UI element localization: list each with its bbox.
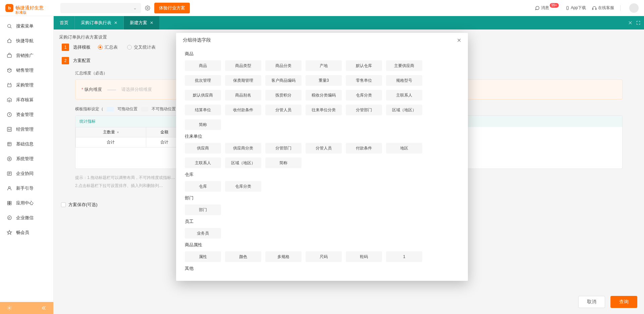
field-chip[interactable]: 规格型号 [386,75,422,86]
field-chip[interactable]: 商品类型 [225,60,261,71]
modal-header: 分组待选字段 ✕ [176,33,468,48]
field-chip[interactable]: 1 [386,251,422,262]
field-chip[interactable]: 分管人员 [306,143,342,153]
field-group: 商品商品商品类型商品分类产地默认仓库主要供应商批次管理保质期管理客户商品编码重量… [185,51,459,130]
field-group: 部门部门 [185,195,459,215]
field-chip[interactable]: 产地 [306,60,342,71]
field-chip[interactable]: 付款条件 [346,143,382,153]
field-group-title: 商品 [185,51,459,57]
chip-row: 部门 [185,204,459,215]
field-chip[interactable]: 仓库分类 [346,90,382,101]
field-chip[interactable]: 商品分类 [265,60,302,71]
field-chip[interactable]: 批次管理 [185,75,221,86]
field-chip[interactable]: 仓库分类 [225,181,261,192]
field-chip[interactable]: 零售单位 [346,75,382,86]
field-picker-modal: 分组待选字段 ✕ 商品商品商品类型商品分类产地默认仓库主要供应商批次管理保质期管… [176,33,468,281]
field-group-title: 员工 [185,218,459,225]
field-chip[interactable]: 重量3 [306,75,342,86]
field-chip[interactable]: 尺码 [306,251,342,262]
field-chip[interactable]: 业务员 [185,228,221,239]
field-chip[interactable]: 往来单位分类 [306,105,342,115]
field-chip[interactable]: 商品别名 [225,90,261,101]
field-chip[interactable]: 区域（地区） [225,158,261,168]
field-chip[interactable]: 简称 [265,158,302,168]
close-icon[interactable]: ✕ [457,37,461,44]
field-chip[interactable]: 默认供应商 [185,90,221,101]
field-chip[interactable]: 鞋码 [346,251,382,262]
modal-title: 分组待选字段 [183,37,211,43]
field-chip[interactable]: 主联系人 [386,90,422,101]
field-chip[interactable]: 收付款条件 [225,105,261,115]
field-chip[interactable]: 供应商分类 [225,143,261,153]
field-chip[interactable]: 默认仓库 [346,60,382,71]
field-chip[interactable]: 税收分类编码 [306,90,342,101]
field-group: 往来单位供应商供应商分类分管部门分管人员付款条件地区主联系人区域（地区）简称 [185,133,459,168]
field-group: 商品属性属性颜色多规格尺码鞋码1 [185,242,459,262]
field-chip[interactable]: 仓库 [185,181,221,192]
field-chip[interactable]: 属性 [185,251,221,262]
field-chip[interactable]: 多规格 [265,251,302,262]
field-chip[interactable]: 结算单位 [185,105,221,115]
chip-row: 仓库仓库分类 [185,181,459,192]
field-group-title: 商品属性 [185,242,459,248]
field-chip[interactable]: 分管部门 [265,143,302,153]
field-chip[interactable]: 客户商品编码 [265,75,302,86]
field-chip[interactable]: 主要供应商 [386,60,422,71]
field-chip[interactable]: 部门 [185,204,221,215]
chip-row: 属性颜色多规格尺码鞋码1 [185,251,459,262]
field-group-title: 往来单位 [185,133,459,139]
field-chip[interactable]: 简称 [185,119,221,130]
field-chip[interactable]: 地区 [386,143,422,153]
chip-row: 商品商品类型商品分类产地默认仓库主要供应商批次管理保质期管理客户商品编码重量3零… [185,60,459,130]
field-group-title: 部门 [185,195,459,201]
modal-body[interactable]: 商品商品商品类型商品分类产地默认仓库主要供应商批次管理保质期管理客户商品编码重量… [176,48,468,281]
field-chip[interactable]: 分管部门 [346,105,382,115]
field-chip[interactable]: 主联系人 [185,158,221,168]
field-chip[interactable]: 拣货积分 [265,90,302,101]
field-chip[interactable]: 区域（地区） [386,105,422,115]
field-chip[interactable]: 颜色 [225,251,261,262]
chip-row: 业务员 [185,228,459,239]
field-group: 员工业务员 [185,218,459,239]
field-group-title: 其他 [185,265,459,271]
chip-row: 供应商供应商分类分管部门分管人员付款条件地区主联系人区域（地区）简称 [185,143,459,168]
field-chip[interactable]: 商品 [185,60,221,71]
field-chip[interactable]: 保质期管理 [225,75,261,86]
field-chip[interactable]: 供应商 [185,143,221,153]
field-chip[interactable]: 分管人员 [265,105,302,115]
field-group-title: 仓库 [185,172,459,178]
field-group: 其他 [185,265,459,275]
field-group: 仓库仓库仓库分类 [185,172,459,192]
